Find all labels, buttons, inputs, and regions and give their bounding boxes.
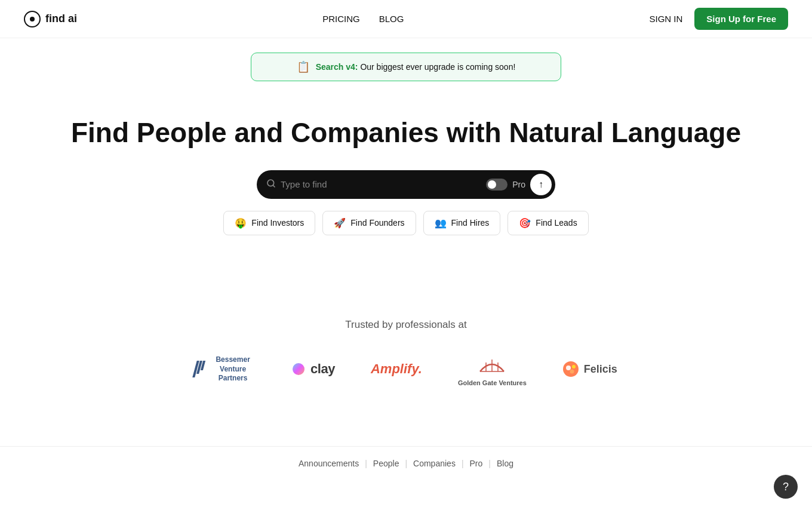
founders-label: Find Founders — [350, 218, 404, 228]
pro-toggle[interactable] — [486, 179, 508, 191]
leads-emoji: 🎯 — [519, 217, 531, 229]
logo-circle — [24, 11, 41, 27]
toggle-knob — [488, 180, 496, 189]
footer: Announcements | People | Companies | Pro… — [0, 446, 812, 480]
nav-links: PRICING BLOG — [322, 14, 404, 24]
investors-emoji: 🤑 — [235, 217, 247, 229]
ggv-name: Golden Gate Ventures — [458, 379, 527, 386]
logos-row: Bessemer Venture Partners clay Amplify. … — [24, 352, 788, 386]
footer-link-companies[interactable]: Companies — [413, 459, 456, 468]
pro-toggle-wrap: Pro — [486, 179, 525, 191]
svg-point-7 — [566, 365, 571, 370]
banner-prefix: Search v4: — [316, 62, 358, 72]
amplify-name: Amplify. — [371, 361, 422, 377]
footer-sep-3: | — [462, 459, 464, 468]
footer-links: Announcements | People | Companies | Pro… — [299, 459, 513, 468]
search-icon — [266, 179, 276, 191]
help-button[interactable]: ? — [774, 475, 798, 499]
bessemer-icon — [195, 361, 204, 377]
sign-in-button[interactable]: SIGN IN — [649, 14, 682, 24]
search-bar: Pro ↑ — [257, 170, 555, 199]
footer-sep-4: | — [488, 459, 491, 468]
trusted-section: Trusted by professionals at Bessemer Ven… — [0, 319, 812, 410]
find-founders-button[interactable]: 🚀 Find Founders — [322, 211, 416, 235]
clay-logo: clay — [293, 361, 335, 377]
announcement-banner: 📋 Search v4: Our biggest ever upgrade is… — [251, 53, 561, 81]
pro-label: Pro — [512, 180, 525, 189]
trusted-title: Trusted by professionals at — [24, 319, 788, 331]
bessemer-name: Bessemer Venture Partners — [209, 355, 257, 383]
brand-name: find ai — [45, 13, 77, 25]
find-investors-button[interactable]: 🤑 Find Investors — [223, 211, 315, 235]
logo[interactable]: find ai — [24, 11, 77, 27]
quick-buttons: 🤑 Find Investors 🚀 Find Founders 👥 Find … — [223, 211, 588, 235]
search-input[interactable] — [281, 179, 481, 189]
svg-line-1 — [273, 185, 275, 187]
nav-link-blog[interactable]: BLOG — [379, 14, 404, 24]
submit-arrow-icon: ↑ — [539, 179, 543, 190]
svg-point-6 — [563, 361, 579, 377]
amplify-logo: Amplify. — [371, 361, 422, 377]
svg-point-9 — [570, 370, 574, 374]
investors-label: Find Investors — [251, 218, 304, 228]
footer-link-pro[interactable]: Pro — [470, 459, 483, 468]
ggv-bridge-icon — [478, 352, 506, 376]
find-hires-button[interactable]: 👥 Find Hires — [423, 211, 501, 235]
find-leads-button[interactable]: 🎯 Find Leads — [508, 211, 588, 235]
banner-icon: 📋 — [297, 60, 310, 73]
nav-link-pricing[interactable]: PRICING — [322, 14, 360, 24]
navbar: find ai PRICING BLOG SIGN IN Sign Up for… — [0, 0, 812, 38]
footer-sep-2: | — [405, 459, 407, 468]
search-submit-button[interactable]: ↑ — [530, 174, 552, 195]
footer-link-people[interactable]: People — [373, 459, 399, 468]
hero-title: Find People and Companies with Natural L… — [71, 117, 741, 149]
logo-dot — [30, 17, 35, 21]
leads-label: Find Leads — [536, 218, 577, 228]
banner-text: Search v4: Our biggest ever upgrade is c… — [316, 62, 516, 72]
svg-point-8 — [572, 365, 576, 368]
bessemer-logo: Bessemer Venture Partners — [195, 355, 257, 383]
banner-message: Our biggest ever upgrade is coming soon! — [360, 62, 515, 72]
hires-label: Find Hires — [451, 218, 490, 228]
felicis-logo: Felicis — [562, 361, 617, 377]
footer-link-blog[interactable]: Blog — [497, 459, 513, 468]
felicis-icon — [562, 361, 579, 377]
hero-section: Find People and Companies with Natural L… — [0, 81, 812, 259]
founders-emoji: 🚀 — [334, 217, 346, 229]
ggv-logo: Golden Gate Ventures — [458, 352, 527, 386]
hires-emoji: 👥 — [435, 217, 447, 229]
clay-icon — [293, 363, 304, 375]
footer-sep-1: | — [365, 459, 367, 468]
nav-actions: SIGN IN Sign Up for Free — [649, 8, 788, 30]
felicis-name: Felicis — [584, 363, 617, 376]
clay-name: clay — [310, 361, 335, 377]
sign-up-button[interactable]: Sign Up for Free — [694, 8, 788, 30]
footer-link-announcements[interactable]: Announcements — [299, 459, 359, 468]
ggv-icon-wrap: Golden Gate Ventures — [458, 352, 527, 386]
